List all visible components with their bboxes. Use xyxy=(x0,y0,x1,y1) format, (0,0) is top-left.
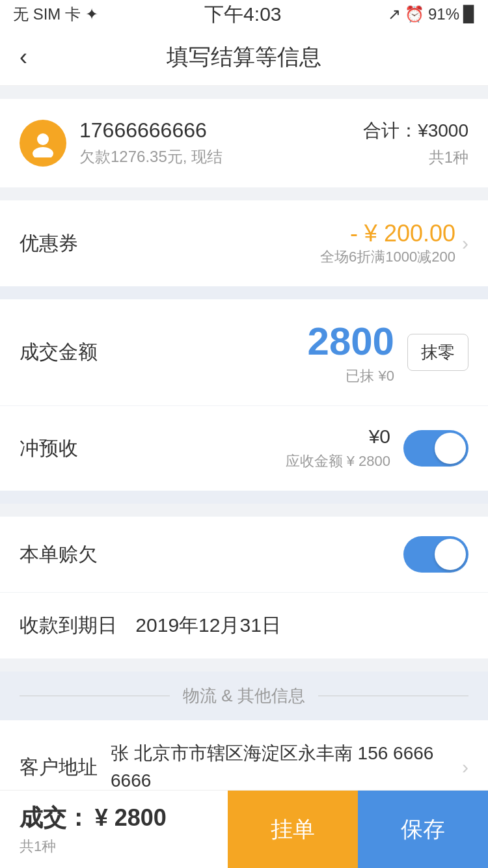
sim-status: 无 SIM 卡 ✦ xyxy=(13,4,98,25)
alarm-icon: ⏰ xyxy=(405,5,424,23)
debt-section: 本单赊欠 xyxy=(0,517,488,592)
round-zero-button[interactable]: 抹零 xyxy=(407,334,468,371)
bottom-summary: 成交： ¥ 2800 共1种 xyxy=(0,802,228,856)
amount-value: 2800 xyxy=(308,319,394,364)
address-chevron-icon: › xyxy=(462,756,468,778)
coupon-chevron-icon: › xyxy=(462,232,468,254)
prereceive-info: ¥0 应收金额 ¥ 2800 xyxy=(286,426,390,471)
prereceive-amount: ¥0 xyxy=(286,426,390,448)
user-total: 合计：¥3000 xyxy=(363,118,468,143)
prereceive-row: 冲预收 ¥0 应收金额 ¥ 2800 xyxy=(0,405,488,491)
divider-1 xyxy=(0,187,488,200)
user-right: 合计：¥3000 共1种 xyxy=(363,118,468,168)
prereceive-toggle[interactable] xyxy=(403,430,468,467)
status-bar: 无 SIM 卡 ✦ 下午4:03 ↗ ⏰ 91% ▉ xyxy=(0,0,488,29)
amount-section: 成交金额 2800 已抹 ¥0 抹零 冲预收 ¥0 应收金额 ¥ 2800 xyxy=(0,299,488,491)
coupon-right: - ¥ 200.00 全场6折满1000减200 › xyxy=(320,220,468,267)
logistics-label: 物流 & 其他信息 xyxy=(183,685,305,707)
hang-button[interactable]: 挂单 xyxy=(228,791,358,869)
bottom-deal-amount: ¥ 2800 xyxy=(95,804,167,831)
amount-rounded: 已抹 ¥0 xyxy=(308,366,394,386)
nav-bar: ‹ 填写结算等信息 xyxy=(0,29,488,86)
prereceive-receivable: 应收金额 ¥ 2800 xyxy=(286,452,390,471)
save-button[interactable]: 保存 xyxy=(358,791,488,869)
coupon-row[interactable]: 优惠券 - ¥ 200.00 全场6折满1000减200 › xyxy=(0,200,488,286)
user-icon xyxy=(29,129,57,157)
bottom-count: 共1种 xyxy=(20,837,208,856)
svg-point-1 xyxy=(33,147,53,157)
debt-toggle-knob xyxy=(435,539,466,570)
user-card: 17666666666 欠款1276.35元, 现结 合计：¥3000 共1种 xyxy=(0,99,488,187)
address-label: 客户地址 xyxy=(20,754,111,781)
location-icon: ↗ xyxy=(388,5,401,23)
status-right: ↗ ⏰ 91% ▉ xyxy=(388,5,475,23)
debt-toggle[interactable] xyxy=(403,536,468,573)
status-time: 下午4:03 xyxy=(204,1,281,28)
amount-row: 成交金额 2800 已抹 ¥0 抹零 xyxy=(0,299,488,405)
prereceive-label: 冲预收 xyxy=(20,435,78,462)
amount-right: 2800 已抹 ¥0 抹零 xyxy=(308,319,468,386)
battery-icon: ▉ xyxy=(463,5,475,23)
prereceive-right: ¥0 应收金额 ¥ 2800 xyxy=(286,426,468,471)
back-button[interactable]: ‹ xyxy=(20,44,59,71)
logistics-divider: 物流 & 其他信息 xyxy=(0,671,488,720)
user-count: 共1种 xyxy=(363,147,468,168)
user-phone: 17666666666 xyxy=(79,118,223,142)
amount-label: 成交金额 xyxy=(20,339,98,366)
user-info: 17666666666 欠款1276.35元, 现结 xyxy=(79,118,223,167)
bottom-bar: 成交： ¥ 2800 共1种 挂单 保存 xyxy=(0,790,488,868)
battery-status: 91% xyxy=(428,5,459,23)
svg-point-0 xyxy=(37,133,49,145)
status-left: 无 SIM 卡 ✦ xyxy=(13,4,98,25)
divider-3 xyxy=(0,491,488,504)
user-debt: 欠款1276.35元, 现结 xyxy=(79,146,223,167)
user-left: 17666666666 欠款1276.35元, 现结 xyxy=(20,118,223,167)
bottom-deal: 成交： ¥ 2800 xyxy=(20,802,208,834)
address-value: 张 北京市市辖区海淀区永丰南 156 6666 6666 xyxy=(111,740,455,794)
page-title: 填写结算等信息 xyxy=(59,42,429,72)
coupon-amount: - ¥ 200.00 xyxy=(320,220,455,247)
avatar xyxy=(20,120,66,167)
debt-label: 本单赊欠 xyxy=(20,541,98,568)
duedate-value: 2019年12月31日 xyxy=(135,614,280,636)
coupon-label: 优惠券 xyxy=(20,230,78,257)
divider-2 xyxy=(0,286,488,299)
duedate-label: 收款到期日 xyxy=(20,614,117,636)
toggle-knob xyxy=(435,433,466,464)
bottom-deal-label: 成交： xyxy=(20,804,90,831)
coupon-desc: 全场6折满1000减200 xyxy=(320,247,455,267)
duedate-section: 收款到期日 2019年12月31日 xyxy=(0,592,488,658)
